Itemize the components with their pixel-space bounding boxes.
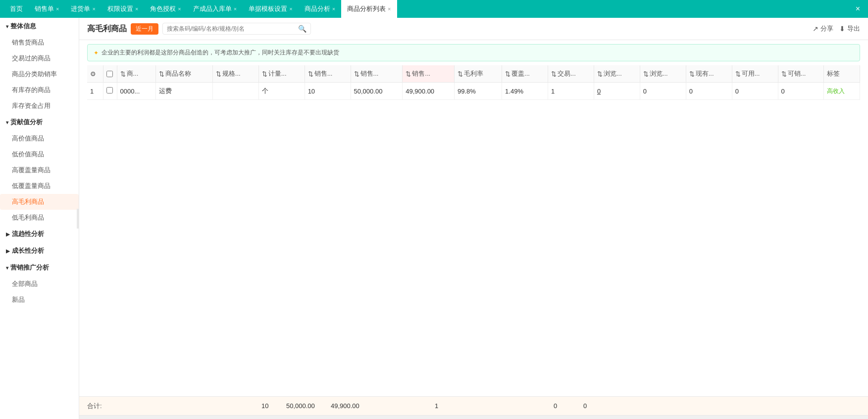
col-name[interactable]: ⇅ 商品名称 bbox=[155, 65, 212, 83]
export-button[interactable]: ⬇ 导出 bbox=[839, 24, 860, 33]
cell-sales-qty: 10 bbox=[305, 83, 351, 100]
cell-gross-margin: 99.8% bbox=[455, 83, 502, 100]
cell-sales-profit: 49,900.00 bbox=[403, 83, 455, 100]
col-spec[interactable]: ⇅ 规格... bbox=[212, 65, 258, 83]
cell-code: 0000... bbox=[117, 83, 155, 100]
col-code[interactable]: ⇅ 商... bbox=[117, 65, 155, 83]
footer-sales-qty: 10 bbox=[258, 402, 283, 410]
footer-total-bar: 合计: 10 50,000.00 49,900.00 1 0 0 bbox=[79, 396, 868, 415]
cell-tag: 高收入 bbox=[824, 83, 860, 100]
info-icon: ✦ bbox=[94, 49, 99, 56]
close-template-tab[interactable]: × bbox=[289, 6, 292, 12]
settings-icon[interactable]: ⚙ bbox=[90, 70, 96, 78]
close-product-inbound-tab[interactable]: × bbox=[234, 6, 237, 12]
page-title: 高毛利商品 bbox=[87, 24, 127, 34]
nav-purchase[interactable]: 进货单 × bbox=[65, 0, 101, 18]
sidebar-group-contribution[interactable]: ▾ 贡献值分析 bbox=[0, 114, 79, 131]
footer-spacer-3 bbox=[204, 402, 234, 410]
col-sales-qty[interactable]: ⇅ 销售... bbox=[305, 65, 351, 83]
close-sales-tab[interactable]: × bbox=[56, 6, 59, 12]
share-button[interactable]: ↗ 分享 bbox=[813, 24, 833, 33]
col-transaction[interactable]: ⇅ 交易... bbox=[548, 65, 594, 83]
sidebar-item-new-goods[interactable]: 新品 bbox=[0, 292, 79, 308]
sidebar-item-high-value[interactable]: 高价值商品 bbox=[0, 131, 79, 146]
col-gross-margin[interactable]: ⇅ 毛利率 bbox=[455, 65, 502, 83]
tag-badge: 高收入 bbox=[827, 88, 845, 94]
arrow-icon-4: ▶ bbox=[6, 248, 10, 254]
table-header-row: ⚙ ⇅ 商... bbox=[87, 65, 860, 83]
sidebar-item-low-value[interactable]: 低价值商品 bbox=[0, 146, 79, 162]
footer-spacer-2 bbox=[164, 402, 204, 410]
nav-home[interactable]: 首页 bbox=[4, 0, 29, 18]
nav-sales[interactable]: 销售单 × bbox=[29, 0, 65, 18]
search-icon[interactable]: 🔍 bbox=[298, 25, 306, 33]
sidebar-item-low-margin[interactable]: 低毛利商品 bbox=[0, 210, 79, 226]
nav-analysis-list[interactable]: 商品分析列表 × bbox=[341, 0, 397, 18]
cell-browse1[interactable]: 0 bbox=[594, 83, 640, 100]
sidebar-item-category-rate[interactable]: 商品分类助销率 bbox=[0, 66, 79, 82]
sidebar-item-high-coverage[interactable]: 高覆盖量商品 bbox=[0, 162, 79, 178]
close-permissions-tab[interactable]: × bbox=[135, 6, 138, 12]
sidebar-collapse-button[interactable]: « bbox=[77, 209, 79, 229]
select-all-checkbox[interactable] bbox=[106, 71, 113, 77]
col-browse1[interactable]: ⇅ 浏览... bbox=[594, 65, 640, 83]
col-tag: 标签 bbox=[824, 65, 860, 83]
col-current-stock[interactable]: ⇅ 现有... bbox=[686, 65, 732, 83]
cell-unit: 个 bbox=[258, 83, 305, 100]
cell-index: 1 bbox=[87, 83, 103, 100]
nav-template-settings[interactable]: 单据模板设置 × bbox=[243, 0, 298, 18]
search-input[interactable] bbox=[167, 25, 296, 32]
col-available[interactable]: ⇅ 可用... bbox=[732, 65, 778, 83]
arrow-icon: ▾ bbox=[6, 24, 8, 29]
filter-recent-month-button[interactable]: 近一月 bbox=[131, 23, 158, 35]
footer-sales-profit: 49,900.00 bbox=[328, 402, 372, 410]
sidebar-item-stocked-goods[interactable]: 有库存的商品 bbox=[0, 82, 79, 98]
cell-coverage: 1.49% bbox=[502, 83, 548, 100]
col-coverage[interactable]: ⇅ 覆盖... bbox=[502, 65, 548, 83]
sidebar-item-stock-capital[interactable]: 库存资金占用 bbox=[0, 98, 79, 114]
footer-saleable: 0 bbox=[580, 402, 610, 410]
sidebar-item-sales-goods[interactable]: 销售货商品 bbox=[0, 35, 79, 50]
footer-available: 0 bbox=[551, 402, 580, 410]
sidebar-item-traded-goods[interactable]: 交易过的商品 bbox=[0, 50, 79, 66]
footer-transaction: 1 bbox=[432, 402, 461, 410]
col-unit[interactable]: ⇅ 计量... bbox=[258, 65, 305, 83]
col-browse2[interactable]: ⇅ 浏览... bbox=[640, 65, 686, 83]
close-analysis-list-tab[interactable]: × bbox=[388, 6, 391, 12]
sidebar-item-all-goods[interactable]: 全部商品 bbox=[0, 276, 79, 292]
main-container: « ▾ 整体信息 销售货商品 交易过的商品 商品分类助销率 有库存的商品 库存资… bbox=[0, 18, 868, 419]
col-sales-profit[interactable]: ⇅ 销售... bbox=[403, 65, 455, 83]
sidebar-group-overall[interactable]: ▾ 整体信息 bbox=[0, 18, 79, 35]
col-saleable[interactable]: ⇅ 可销... bbox=[778, 65, 824, 83]
table-row: 1 0000... 运费 个 10 50,000.00 49,900.00 99… bbox=[87, 83, 860, 100]
sidebar-item-low-coverage[interactable]: 低覆盖量商品 bbox=[0, 178, 79, 194]
export-icon: ⬇ bbox=[839, 25, 845, 33]
table-container: ⚙ ⇅ 商... bbox=[79, 65, 868, 396]
arrow-icon-5: ▾ bbox=[6, 265, 8, 271]
nav-product-analysis[interactable]: 商品分析 × bbox=[299, 0, 341, 18]
col-settings[interactable]: ⚙ bbox=[87, 65, 103, 83]
cell-name: 运费 bbox=[155, 83, 212, 100]
cell-current-stock: 0 bbox=[686, 83, 732, 100]
arrow-icon-2: ▾ bbox=[6, 120, 8, 125]
nav-roles[interactable]: 角色授权 × bbox=[144, 0, 187, 18]
sidebar-group-marketing[interactable]: ▾ 营销推广分析 bbox=[0, 259, 79, 276]
nav-permissions[interactable]: 权限设置 × bbox=[102, 0, 144, 18]
col-sales-amount[interactable]: ⇅ 销售... bbox=[351, 65, 403, 83]
horizontal-scrollbar[interactable] bbox=[79, 415, 868, 419]
cell-sales-amount: 50,000.00 bbox=[351, 83, 403, 100]
sidebar-item-high-margin[interactable]: 高毛利商品 bbox=[0, 194, 79, 210]
footer-spacer-1 bbox=[125, 402, 164, 410]
sidebar-group-trend[interactable]: ▶ 流趋性分析 bbox=[0, 226, 79, 242]
cell-checkbox bbox=[103, 83, 117, 100]
sidebar-group-growth[interactable]: ▶ 成长性分析 bbox=[0, 242, 79, 259]
close-window-button[interactable]: × bbox=[852, 4, 864, 13]
close-purchase-tab[interactable]: × bbox=[92, 6, 95, 12]
nav-product-inbound[interactable]: 产成品入库单 × bbox=[187, 0, 243, 18]
footer-spacer-6 bbox=[402, 402, 432, 410]
close-analysis-tab[interactable]: × bbox=[332, 6, 335, 12]
footer-spacer-5 bbox=[372, 402, 402, 410]
row-checkbox[interactable] bbox=[106, 87, 113, 93]
total-label: 合计: bbox=[87, 402, 117, 411]
close-roles-tab[interactable]: × bbox=[178, 6, 181, 12]
